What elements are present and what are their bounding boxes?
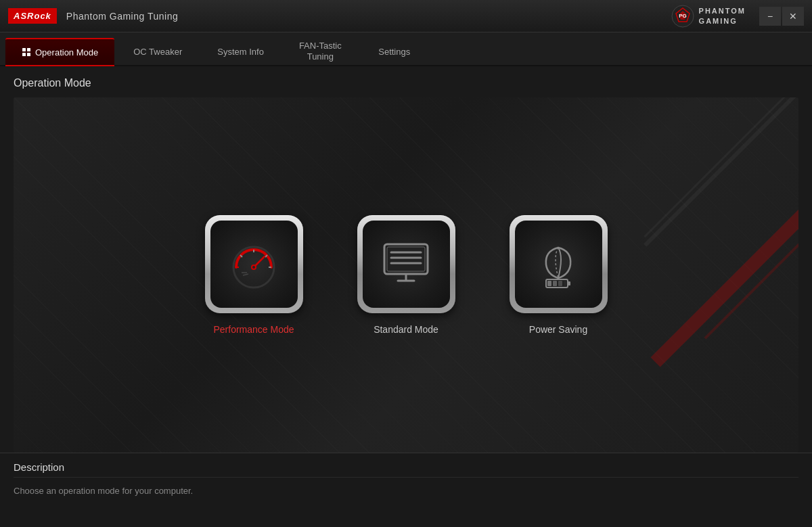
svg-rect-27 <box>553 281 557 286</box>
title-bar: ASRock Phantom Gaming Tuning PG PHANTOM … <box>0 0 812 32</box>
tab-label-settings: Settings <box>378 47 410 57</box>
description-panel: Description Choose an operation mode for… <box>0 453 812 527</box>
mode-performance[interactable]: Performance Mode <box>205 215 303 335</box>
main-content: Operation Mode <box>0 66 812 527</box>
close-button[interactable]: ✕ <box>782 7 804 26</box>
phantom-logo: PG PHANTOM GAMING <box>671 4 746 28</box>
power-saving-icon <box>531 237 585 292</box>
tab-label-sysinfo: System Info <box>217 47 264 57</box>
title-bar-left: ASRock Phantom Gaming Tuning <box>8 8 178 24</box>
svg-line-16 <box>243 274 248 275</box>
deco-stripe-3 <box>651 166 798 367</box>
deco-stripe-2 <box>644 97 798 247</box>
power-saving-icon-wrapper <box>510 215 608 313</box>
svg-rect-4 <box>22 53 26 56</box>
svg-text:PG: PG <box>679 13 687 19</box>
section-title: Operation Mode <box>14 77 798 89</box>
content-area: Operation Mode <box>0 66 812 453</box>
svg-point-14 <box>252 266 255 269</box>
svg-rect-26 <box>547 281 551 286</box>
deco-stripe-1 <box>644 97 788 237</box>
standard-label: Standard Mode <box>374 324 438 335</box>
standard-icon-inner <box>363 221 450 308</box>
tab-label-oc: OC Tweaker <box>133 47 182 57</box>
asrock-logo: ASRock <box>8 8 57 24</box>
deco-stripe-4 <box>704 194 798 340</box>
performance-icon-inner <box>210 221 298 308</box>
standard-icon-wrapper <box>357 215 455 313</box>
tab-label-operation: Operation Mode <box>35 47 98 58</box>
svg-rect-28 <box>558 281 562 286</box>
operation-mode-icon <box>22 47 31 57</box>
gaming-text: GAMING <box>699 16 746 26</box>
power-saving-icon-inner <box>515 221 602 308</box>
performance-icon-wrapper <box>205 215 303 313</box>
app-title: Phantom Gaming Tuning <box>66 11 178 22</box>
svg-rect-3 <box>27 48 30 51</box>
svg-rect-5 <box>27 53 30 56</box>
svg-rect-29 <box>564 281 566 286</box>
phantom-gaming-icon: PG <box>671 4 695 28</box>
description-text: Choose an operation mode for your comput… <box>14 484 798 498</box>
tab-bar: Operation Mode OC Tweaker System Info FA… <box>0 32 812 66</box>
phantom-text: PHANTOM <box>699 6 746 16</box>
tab-system-info[interactable]: System Info <box>201 38 280 65</box>
minimize-button[interactable]: − <box>759 7 781 26</box>
monitor-icon <box>379 239 433 290</box>
description-title: Description <box>14 461 798 478</box>
tab-oc-tweaker[interactable]: OC Tweaker <box>117 38 198 65</box>
tab-settings[interactable]: Settings <box>361 38 428 65</box>
svg-rect-25 <box>568 281 570 285</box>
svg-rect-18 <box>387 247 425 271</box>
mode-standard[interactable]: Standard Mode <box>357 215 455 335</box>
title-bar-right: PG PHANTOM GAMING − ✕ <box>671 4 804 28</box>
performance-label: Performance Mode <box>213 324 294 335</box>
tab-label-fan: FAN-TasticTuning <box>299 41 342 62</box>
mode-power-saving[interactable]: Power Saving <box>510 215 608 335</box>
window-controls: − ✕ <box>759 7 804 26</box>
mode-panel: Performance Mode <box>14 97 798 453</box>
tab-operation-mode[interactable]: Operation Mode <box>5 38 114 65</box>
svg-rect-2 <box>22 48 26 51</box>
power-saving-label: Power Saving <box>529 324 587 335</box>
speedometer-icon <box>227 237 281 292</box>
tab-fan-tastic[interactable]: FAN-TasticTuning <box>283 38 358 65</box>
